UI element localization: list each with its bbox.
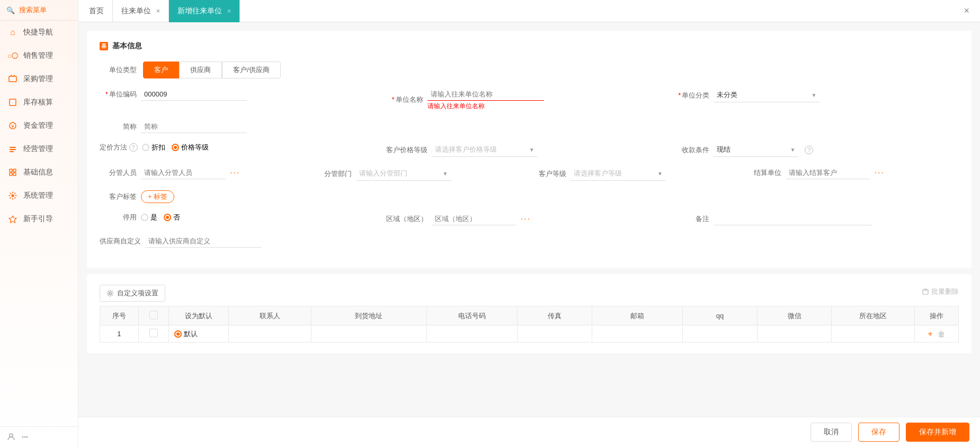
settlement-more-icon[interactable]: ··· (875, 168, 885, 178)
sidebar-item-label: 新手引导 (23, 214, 53, 224)
purchase-icon (7, 74, 18, 84)
sidebar-item-basic[interactable]: 基础信息 (0, 161, 78, 184)
unit-category-group: *单位分类 未分类 ▼ (672, 88, 959, 102)
sidebar-item-label: 资金管理 (23, 121, 53, 130)
manage-icon (7, 144, 18, 154)
manager-more-icon[interactable]: ··· (230, 168, 240, 178)
payment-help-icon[interactable]: ? (805, 146, 813, 154)
type-btn-both[interactable]: 客户/供应商 (222, 62, 281, 78)
section-title-icon: 基 (100, 42, 108, 50)
sidebar-item-guide[interactable]: 新手引导 (0, 207, 78, 231)
disable-label: 停用 (100, 213, 137, 222)
supplier-custom-input[interactable] (145, 235, 262, 248)
tag-add-button[interactable]: + 标签 (141, 190, 174, 203)
unit-category-select[interactable]: 未分类 ▼ (714, 88, 819, 102)
select-all-checkbox[interactable] (149, 311, 158, 319)
customer-level-select[interactable]: 请选择客户等级 ▼ (571, 166, 666, 181)
sidebar-item-system[interactable]: 系统管理 (0, 184, 78, 207)
pricing-row: 定价方法 ? 折扣 价格等级 (100, 143, 959, 157)
chevron-down-icon5: ▼ (657, 171, 663, 177)
tab-home[interactable]: 首页 (81, 0, 113, 22)
cell-email[interactable] (592, 326, 683, 343)
svg-rect-7 (10, 151, 14, 152)
short-name-input[interactable] (141, 120, 247, 133)
tab-new-contact[interactable]: 新增往来单位 × (169, 0, 240, 22)
short-name-row: 简称 (100, 120, 959, 133)
unit-name-input[interactable] (427, 88, 544, 101)
disable-region-row: 停用 是 否 区 (100, 213, 959, 225)
close-window-button[interactable]: × (955, 0, 978, 22)
sidebar-item-manage[interactable]: 经营管理 (0, 137, 78, 161)
col-fax: 传真 (518, 306, 592, 326)
cell-action[interactable]: + 🗑 (914, 326, 959, 343)
yes-label: 是 (150, 213, 157, 222)
cell-contact[interactable] (228, 326, 311, 343)
table-row: 1 默认 + 🗑 (100, 326, 959, 343)
type-btn-customer[interactable]: 客户 (143, 62, 179, 78)
col-action: 操作 (914, 306, 959, 326)
sidebar-search[interactable]: 搜索菜单 (0, 0, 78, 21)
unit-code-input[interactable] (141, 88, 247, 101)
radio-yes[interactable]: 是 (141, 213, 157, 222)
radio-discount[interactable]: 折扣 (142, 143, 165, 152)
delete-row-icon[interactable]: 🗑 (938, 330, 945, 338)
region-more-icon[interactable]: ··· (521, 214, 531, 224)
radio-no[interactable]: 否 (164, 213, 180, 222)
add-row-icon[interactable]: + (928, 329, 932, 338)
sidebar-item-purchase[interactable]: 采购管理 (0, 67, 78, 91)
cell-address[interactable] (311, 326, 426, 343)
dept-placeholder: 请输入分管部门 (359, 169, 407, 178)
sidebar-item-sales[interactable]: 销售管理 (0, 44, 78, 67)
cell-region[interactable] (832, 326, 914, 343)
save-new-button[interactable]: 保存并新增 (906, 423, 969, 442)
region-group: 区域（地区） ··· (386, 213, 673, 225)
sidebar-item-finance[interactable]: ¥ 资金管理 (0, 114, 78, 137)
region-input[interactable] (432, 213, 516, 225)
payment-terms-select[interactable]: 现结 ▼ (714, 143, 798, 157)
close-contacts-icon[interactable]: × (156, 7, 160, 15)
radio-price-level-label: 价格等级 (181, 143, 209, 152)
cell-fax[interactable] (518, 326, 592, 343)
sidebar-item-quick-nav[interactable]: 快捷导航 (0, 21, 78, 44)
contact-table: 序号 设为默认 联系人 到货地址 电话号码 传真 邮箱 qq 微信 所在地区 (100, 306, 959, 343)
cell-default[interactable]: 默认 (168, 326, 228, 343)
settlement-input[interactable] (786, 166, 870, 179)
footer: 取消 保存 保存并新增 (78, 417, 980, 447)
delete-icon (922, 288, 929, 295)
svg-point-0 (12, 53, 18, 59)
unit-name-error: 请输入往来单位名称 (427, 102, 544, 111)
unit-type-group: 单位类型 客户 供应商 客户/供应商 (100, 62, 281, 78)
customer-price-level-select[interactable]: 请选择客户价格等级 ▼ (432, 143, 538, 157)
unit-category-value: 未分类 (717, 90, 737, 100)
cancel-button[interactable]: 取消 (810, 423, 852, 442)
unit-name-group: *单位名称 请输入往来单位名称 (386, 88, 673, 111)
tag-label: 客户标签 (100, 192, 137, 201)
radio-price-level[interactable]: 价格等级 (172, 143, 209, 152)
cell-checkbox[interactable] (138, 326, 168, 343)
customer-price-level-label: 客户价格等级 (386, 145, 427, 155)
help-icon[interactable]: ? (129, 143, 138, 152)
gear-icon (106, 290, 114, 297)
manager-input[interactable] (141, 166, 226, 179)
tab-contacts[interactable]: 往来单位 × (113, 0, 169, 22)
sidebar-item-label: 系统管理 (23, 191, 53, 200)
type-btn-supplier[interactable]: 供应商 (179, 62, 222, 78)
disable-radio-group: 是 否 (141, 213, 180, 222)
sidebar-item-stock[interactable]: 库存核算 (0, 91, 78, 114)
cell-qq[interactable] (683, 326, 758, 343)
svg-point-16 (24, 436, 26, 438)
save-button[interactable]: 保存 (858, 423, 899, 442)
search-label: 搜索菜单 (19, 5, 47, 15)
close-new-contact-icon[interactable]: × (227, 7, 231, 15)
tag-group: 客户标签 + 标签 (100, 190, 959, 203)
cell-phone[interactable] (426, 326, 518, 343)
payment-terms-group: 收款条件 现结 ▼ ? (672, 143, 959, 157)
dept-select[interactable]: 请输入分管部门 ▼ (356, 166, 451, 181)
radio-circle-price-level (172, 144, 179, 151)
customer-price-level-placeholder: 请选择客户价格等级 (435, 145, 497, 154)
radio-circle-no (164, 214, 171, 221)
remark-input[interactable] (714, 213, 872, 225)
radio-dot-no (166, 216, 169, 219)
cell-wechat[interactable] (757, 326, 832, 343)
custom-settings-button[interactable]: 自定义项设置 (100, 285, 165, 302)
